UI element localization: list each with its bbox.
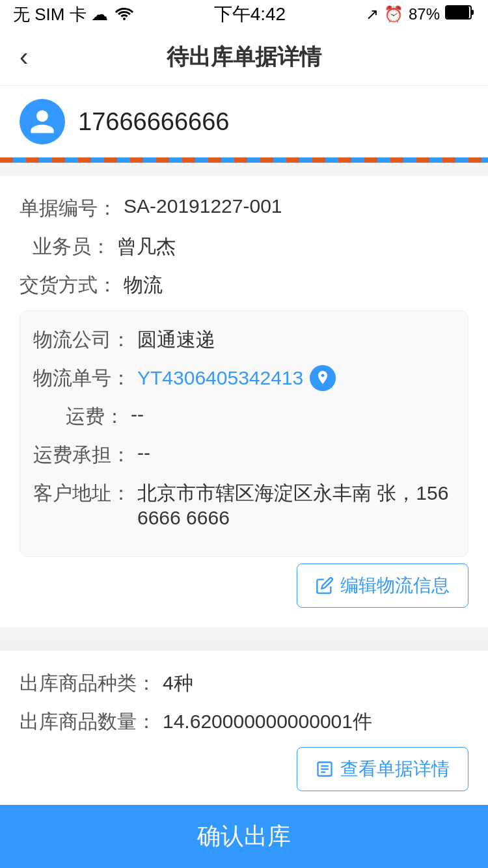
sales-person-label: 业务员：	[20, 234, 111, 260]
customer-header: 17666666666	[0, 86, 488, 157]
logistics-company-label: 物流公司：	[33, 327, 131, 353]
status-bar: 无 SIM 卡 ☁ 下午4:42 ↗ ⏰ 87%	[0, 0, 488, 29]
dashed-divider	[0, 157, 488, 163]
status-bar-left: 无 SIM 卡 ☁	[13, 3, 134, 26]
gray-divider	[0, 640, 488, 651]
tracking-location-icon[interactable]	[310, 365, 336, 391]
location-status-icon: ↗	[366, 5, 379, 23]
goods-types-row: 出库商品种类： 4种	[20, 670, 468, 697]
status-bar-right: ↗ ⏰ 87%	[366, 5, 475, 23]
confirm-outbound-button[interactable]: 确认出库	[0, 821, 488, 852]
freight-bearer-label: 运费承担：	[33, 442, 131, 468]
freight-label: 运费：	[33, 403, 124, 430]
freight-row: 运费： --	[33, 403, 455, 430]
logistics-company-row: 物流公司： 圆通速递	[33, 327, 455, 353]
page-title: 待出库单据详情	[167, 42, 321, 72]
edit-logistics-btn-wrap: 编辑物流信息	[20, 563, 468, 608]
confirm-btn-label: 确认出库	[197, 822, 291, 849]
edit-logistics-button[interactable]: 编辑物流信息	[297, 563, 468, 608]
view-detail-label: 查看单据详情	[340, 757, 450, 781]
address-value: 北京市市辖区海淀区永丰南 张，156 6666 6666	[137, 480, 455, 529]
goods-types-value: 4种	[163, 670, 468, 697]
logistics-company-value: 圆通速递	[137, 327, 455, 353]
customer-avatar	[20, 99, 65, 144]
back-button[interactable]: ‹	[20, 42, 28, 72]
battery-icon	[445, 5, 475, 23]
tracking-no-row: 物流单号： YT43064053424​13	[33, 365, 455, 392]
customer-phone: 17666666666	[78, 108, 229, 136]
address-row: 客户地址： 北京市市辖区海淀区永丰南 张，156 6666 6666	[33, 480, 455, 529]
view-detail-btn-wrap: 查看单据详情	[20, 747, 468, 791]
list-icon	[316, 760, 334, 778]
freight-bearer-row: 运费承担： --	[33, 442, 455, 468]
address-label: 客户地址：	[33, 480, 131, 507]
sim-status: 无 SIM 卡 ☁	[13, 3, 108, 26]
freight-bearer-value: --	[137, 442, 455, 464]
delivery-method-label: 交货方式：	[20, 272, 117, 299]
edit-icon	[316, 576, 334, 595]
svg-rect-1	[471, 10, 474, 15]
confirm-btn-wrap: 确认出库	[0, 805, 488, 868]
battery-level: 87%	[409, 5, 440, 23]
goods-types-label: 出库商品种类：	[20, 670, 156, 697]
order-no-label: 单据编号：	[20, 195, 117, 222]
avatar-icon	[28, 107, 57, 136]
wifi-icon	[115, 5, 134, 25]
sales-person-value: 曾凡杰	[117, 234, 468, 260]
sales-person-row: 业务员： 曾凡杰	[20, 234, 468, 260]
status-bar-time: 下午4:42	[214, 2, 286, 27]
edit-logistics-label: 编辑物流信息	[340, 573, 450, 598]
delivery-method-value: 物流	[124, 272, 468, 299]
nav-bar: ‹ 待出库单据详情	[0, 29, 488, 86]
tracking-no-label: 物流单号：	[33, 365, 131, 392]
order-no-value: SA-20191227-001	[124, 195, 468, 217]
delivery-method-row: 交货方式： 物流	[20, 272, 468, 299]
view-detail-button[interactable]: 查看单据详情	[297, 747, 468, 791]
svg-rect-2	[446, 7, 469, 18]
tracking-no-value: YT43064053424​13	[137, 365, 455, 391]
goods-qty-label: 出库商品数量：	[20, 709, 156, 735]
order-info-section: 单据编号： SA-20191227-001 业务员： 曾凡杰 交货方式： 物流 …	[0, 176, 488, 627]
goods-section: 出库商品种类： 4种 出库商品数量： 14.620000000000001件 查…	[0, 651, 488, 811]
goods-qty-row: 出库商品数量： 14.620000000000001件	[20, 709, 468, 735]
logistics-card: 物流公司： 圆通速递 物流单号： YT43064053424​13 运费： --…	[20, 310, 468, 557]
order-no-row: 单据编号： SA-20191227-001	[20, 195, 468, 222]
goods-qty-value: 14.620000000000001件	[163, 709, 468, 735]
alarm-icon: ⏰	[384, 5, 403, 23]
freight-value: --	[131, 403, 455, 426]
